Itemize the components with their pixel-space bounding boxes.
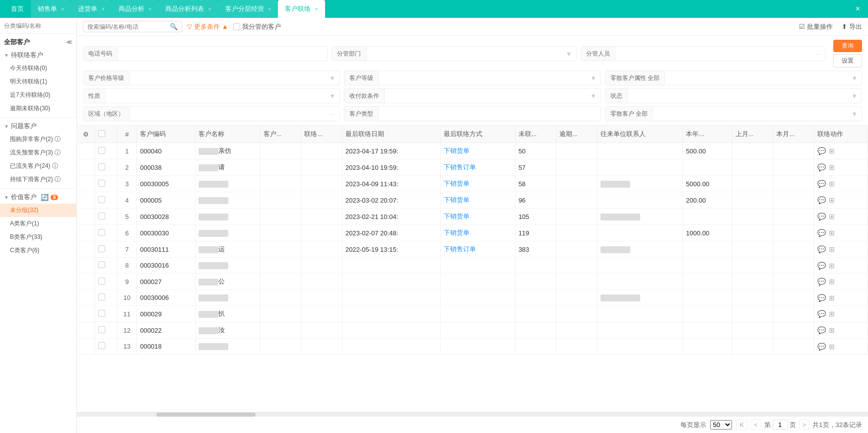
chat-icon[interactable]: 💬 xyxy=(817,343,826,351)
contact-method-link[interactable]: 下销售订单 xyxy=(444,245,476,253)
chat-icon[interactable]: 💬 xyxy=(817,294,826,302)
contact-method-link[interactable]: 下销货单 xyxy=(444,196,469,204)
row-checkbox[interactable] xyxy=(98,180,105,187)
contact-method-link[interactable]: 下销售订单 xyxy=(444,163,476,171)
nav-tab-customer-tier[interactable]: 客户分层经营 × xyxy=(218,0,278,18)
scroll-thumb[interactable] xyxy=(156,413,256,417)
sidebar-group-pending[interactable]: ▼ 待联络客户 xyxy=(0,49,76,62)
sidebar-item-declining[interactable]: 持续下滑客户(2) ⓘ xyxy=(0,173,76,186)
chat-icon[interactable]: 💬 xyxy=(817,262,826,270)
nav-close-customer-tier[interactable]: × xyxy=(268,6,271,12)
grid-icon[interactable]: ⊞ xyxy=(829,294,835,302)
grid-icon[interactable]: ⊞ xyxy=(829,213,835,220)
td-last-method[interactable]: 下销货单 xyxy=(440,209,515,225)
sidebar-group-value[interactable]: ▼ 价值客户 🔄 6 xyxy=(0,191,76,204)
row-checkbox[interactable] xyxy=(98,326,105,333)
adv-input-price-level[interactable] xyxy=(130,74,325,81)
sidebar-item-today[interactable]: 今天待联络(0) xyxy=(0,62,76,75)
chat-icon[interactable]: 💬 xyxy=(817,196,826,204)
grid-icon[interactable]: ⊞ xyxy=(829,343,835,351)
nav-home[interactable]: 首页 xyxy=(4,0,31,18)
row-checkbox[interactable] xyxy=(98,261,105,268)
adv-arrow-nature[interactable]: ▼ xyxy=(325,92,339,100)
sidebar-item-ungrouped[interactable]: 未分组(32) xyxy=(0,204,76,217)
row-checkbox[interactable] xyxy=(98,245,105,252)
grid-icon[interactable]: ⊞ xyxy=(829,278,835,286)
nav-close-sales[interactable]: × xyxy=(61,6,64,12)
grid-icon[interactable]: ⊞ xyxy=(829,326,835,334)
nav-close-customer-contact[interactable]: × xyxy=(315,6,318,12)
adv-input-cust-type[interactable] xyxy=(379,110,601,117)
adv-arrow-customer-level[interactable]: ▼ xyxy=(586,74,601,82)
batch-op-btn[interactable]: ☑ 批量操作 xyxy=(799,22,833,31)
adv-arrow-retail[interactable]: ▼ xyxy=(847,110,862,118)
adv-input-person[interactable] xyxy=(615,50,811,57)
adv-input-status[interactable] xyxy=(628,92,847,99)
sidebar-search-input[interactable] xyxy=(4,22,77,29)
chat-icon[interactable]: 💬 xyxy=(817,229,826,237)
settings-icon[interactable]: ⚙ xyxy=(83,131,89,138)
query-button[interactable]: 查询 xyxy=(833,40,862,52)
next-page-btn[interactable]: > xyxy=(799,420,810,430)
td-last-method[interactable]: 下销货单 xyxy=(440,225,515,241)
adv-arrow-payment[interactable]: ▼ xyxy=(586,92,601,100)
nav-close-purchase[interactable]: × xyxy=(101,6,104,12)
contact-method-link[interactable]: 下销货单 xyxy=(444,147,469,154)
sidebar-refresh-icon[interactable]: 🔄 xyxy=(41,194,49,201)
nav-tab-customer-contact[interactable]: 客户联络 × xyxy=(278,0,325,18)
adv-arrow-status[interactable]: ▼ xyxy=(847,92,862,100)
chat-icon[interactable]: 💬 xyxy=(817,147,826,155)
td-last-method[interactable]: 下销售订单 xyxy=(440,241,515,258)
th-settings[interactable]: ⚙ xyxy=(77,126,95,143)
contact-method-link[interactable]: 下销货单 xyxy=(444,213,469,220)
nav-tab-purchase[interactable]: 进货单 × xyxy=(71,0,111,18)
nav-tab-sales[interactable]: 销售单 × xyxy=(31,0,71,18)
sidebar-collapse-icon[interactable]: ≪ xyxy=(66,39,72,46)
grid-icon[interactable]: ⊞ xyxy=(829,196,835,204)
grid-icon[interactable]: ⊞ xyxy=(829,245,835,253)
sidebar-item-tomorrow[interactable]: 明天待联络(1) xyxy=(0,75,76,88)
row-checkbox[interactable] xyxy=(98,229,105,236)
grid-icon[interactable]: ⊞ xyxy=(829,180,835,188)
search-input[interactable] xyxy=(87,23,168,30)
chat-icon[interactable]: 💬 xyxy=(817,163,826,171)
more-conditions-btn[interactable]: ▽ 更多条件 ▲ xyxy=(187,22,228,31)
th-checkbox-all[interactable] xyxy=(98,130,105,137)
nav-close-analysis-list[interactable]: × xyxy=(208,6,211,12)
adv-input-dept[interactable] xyxy=(366,50,561,57)
chat-icon[interactable]: 💬 xyxy=(817,180,826,188)
scroll-bar[interactable] xyxy=(77,412,868,416)
chat-icon[interactable]: 💬 xyxy=(817,245,826,253)
row-checkbox[interactable] xyxy=(98,342,105,349)
nav-close-analysis[interactable]: × xyxy=(148,6,151,12)
row-checkbox[interactable] xyxy=(98,278,105,285)
contact-method-link[interactable]: 下销货单 xyxy=(444,180,469,187)
td-last-method[interactable]: 下销货单 xyxy=(440,143,515,159)
row-checkbox[interactable] xyxy=(98,163,105,170)
grid-icon[interactable]: ⊞ xyxy=(829,147,835,155)
sidebar-item-overdue[interactable]: 逾期未联络(30) xyxy=(0,102,76,115)
td-last-method[interactable]: 下销售订单 xyxy=(440,159,515,176)
adv-input-retail[interactable] xyxy=(653,110,847,117)
nav-tab-analysis-list[interactable]: 商品分析列表 × xyxy=(158,0,218,18)
chat-icon[interactable]: 💬 xyxy=(817,278,826,286)
prev-page-btn[interactable]: < xyxy=(750,420,761,430)
adv-arrow-dept[interactable]: ▼ xyxy=(562,50,576,58)
adv-arrow-price-level[interactable]: ▼ xyxy=(325,74,339,82)
global-close-button[interactable]: × xyxy=(852,4,864,13)
row-checkbox[interactable] xyxy=(98,196,105,203)
adv-arrow-region[interactable]: ··· xyxy=(326,110,339,118)
adv-input-payment[interactable] xyxy=(385,92,586,99)
adv-input-retail-attr[interactable] xyxy=(665,74,847,81)
per-page-select[interactable]: 50 100 xyxy=(710,420,732,430)
settings-button[interactable]: 设置 xyxy=(833,54,862,68)
grid-icon[interactable]: ⊞ xyxy=(829,229,835,237)
sidebar-all-customers[interactable]: 全部客户 ≪ xyxy=(0,34,76,49)
sidebar-item-hoarding[interactable]: 囤购异常客户(2) ⓘ xyxy=(0,133,76,146)
row-checkbox[interactable] xyxy=(98,213,105,219)
sidebar-item-class-b[interactable]: B类客户(33) xyxy=(0,230,76,244)
adv-arrow-person[interactable]: ··· xyxy=(811,50,825,58)
row-checkbox[interactable] xyxy=(98,293,105,300)
my-customers-filter[interactable]: 我分管的客户 xyxy=(233,22,281,31)
adv-input-nature[interactable] xyxy=(106,92,325,99)
